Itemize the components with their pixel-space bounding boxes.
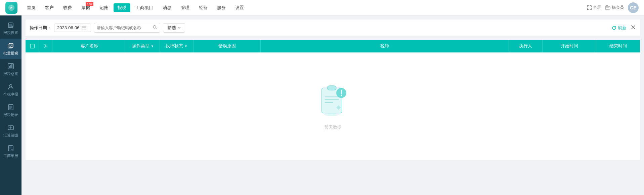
close-icon <box>631 25 636 30</box>
svg-point-20 <box>341 95 342 96</box>
th-error-reason: 错误原因 <box>194 40 261 52</box>
date-picker[interactable]: 2023-06-06 <box>54 24 91 32</box>
fullscreen-label: 全屏 <box>593 5 601 10</box>
sidebar-label-settlement: 汇算清缴 <box>3 133 18 138</box>
sidebar-label-tax-settings: 报税设置 <box>3 30 18 35</box>
nav-item-message[interactable]: 消息 <box>159 3 175 12</box>
th-customer-name: 客户名称 <box>52 40 126 52</box>
close-button[interactable] <box>631 25 636 31</box>
main-content: 操作日期： 2023-06-06 筛选 <box>22 15 644 195</box>
empty-state: 暂无数据 <box>26 52 640 160</box>
sidebar: 报税设置 批量报税 报税总览 <box>0 15 22 195</box>
search-box <box>94 23 160 33</box>
svg-point-3 <box>11 26 13 27</box>
th-executor: 执行人 <box>509 40 543 52</box>
sidebar-item-batch-tax[interactable]: 批量报税 <box>0 39 22 59</box>
svg-rect-11 <box>82 26 86 30</box>
sidebar-item-tax-summary[interactable]: 报税总览 <box>0 59 22 80</box>
nav-item-operation[interactable]: 经营 <box>195 3 212 12</box>
settlement-icon <box>7 124 14 131</box>
nav-item-manage[interactable]: 管理 <box>177 3 194 12</box>
nav-item-account[interactable]: 记账 <box>95 3 112 12</box>
sort-icon: ▼ <box>151 44 154 48</box>
sort-icon-2: ▼ <box>184 44 188 48</box>
svg-point-13 <box>45 45 46 47</box>
refresh-label: 刷新 <box>618 25 627 31</box>
nav-item-service[interactable]: 服务 <box>213 3 230 12</box>
date-value: 2023-06-06 <box>57 25 80 30</box>
app-logo[interactable] <box>5 2 17 14</box>
data-table: 客户名称 操作类型 ▼ 执行状态 ▼ 错误原因 税种 执行人 <box>26 40 640 160</box>
sidebar-item-tax-records[interactable]: 报税记录 <box>0 100 22 121</box>
th-operation-type[interactable]: 操作类型 ▼ <box>126 40 160 52</box>
calendar-icon <box>82 26 86 30</box>
empty-illustration <box>316 82 350 119</box>
refresh-icon <box>612 26 616 30</box>
svg-rect-15 <box>327 86 336 90</box>
chevron-down-icon <box>177 26 181 30</box>
date-label: 操作日期： <box>30 25 51 31</box>
annual-report-icon <box>7 145 14 152</box>
vip-label: 畅会员 <box>612 5 624 10</box>
fullscreen-button[interactable]: 全屏 <box>587 5 601 10</box>
th-tax-type: 税种 <box>261 40 509 52</box>
tax-records-icon <box>7 104 14 111</box>
filter-button[interactable]: 筛选 <box>163 23 185 33</box>
sidebar-label-batch-tax: 批量报税 <box>3 51 18 56</box>
search-input[interactable] <box>94 24 150 32</box>
sidebar-label-annual-report: 工商年报 <box>3 153 18 158</box>
sidebar-label-personal-tax: 个税申报 <box>3 92 18 97</box>
th-end-time: 结束时间 <box>596 40 640 52</box>
table-header: 客户名称 操作类型 ▼ 执行状态 ▼ 错误原因 税种 执行人 <box>26 40 640 52</box>
empty-text: 暂无数据 <box>324 124 342 130</box>
new-badge: new <box>86 2 93 6</box>
filter-label: 筛选 <box>167 25 176 31</box>
search-icon <box>153 25 157 30</box>
settings-icon <box>43 44 48 48</box>
nav-item-invoice[interactable]: 票据 new <box>77 3 94 12</box>
th-checkbox[interactable] <box>26 40 39 52</box>
nav-item-home[interactable]: 首页 <box>23 3 40 12</box>
nav-right: 全屏 畅会员 CE <box>587 2 639 13</box>
personal-tax-icon <box>7 83 14 90</box>
toolbar-right: 刷新 <box>612 25 636 31</box>
svg-point-21 <box>324 113 340 116</box>
sidebar-item-personal-tax[interactable]: 个税申报 <box>0 80 22 100</box>
sidebar-item-settlement[interactable]: 汇算清缴 <box>0 121 22 141</box>
select-all-checkbox[interactable] <box>30 44 35 48</box>
batch-tax-icon <box>7 42 14 49</box>
nav-item-tax[interactable]: 报税 <box>114 3 130 12</box>
th-exec-status[interactable]: 执行状态 ▼ <box>160 40 194 52</box>
sidebar-label-tax-summary: 报税总览 <box>3 71 18 76</box>
nav-item-business[interactable]: 工商项目 <box>132 3 157 12</box>
tax-summary-icon <box>7 63 14 70</box>
th-settings <box>39 40 52 52</box>
nav-item-customer[interactable]: 客户 <box>41 3 58 12</box>
avatar[interactable]: CE <box>628 2 639 13</box>
refresh-button[interactable]: 刷新 <box>612 25 627 31</box>
nav-item-settings[interactable]: 设置 <box>231 3 248 12</box>
search-button[interactable] <box>150 23 160 32</box>
tax-settings-icon <box>7 22 14 29</box>
toolbar: 操作日期： 2023-06-06 筛选 <box>26 20 640 36</box>
top-navigation: 首页 客户 收费 票据 new 记账 报税 工商项目 消息 管理 经营 服务 设… <box>0 0 644 15</box>
svg-point-0 <box>11 5 12 6</box>
main-layout: 报税设置 批量报税 报税总览 <box>0 15 644 195</box>
th-start-time: 开始时间 <box>543 40 596 52</box>
nav-menu: 首页 客户 收费 票据 new 记账 报税 工商项目 消息 管理 经营 服务 设… <box>23 3 587 12</box>
vip-button[interactable]: 畅会员 <box>605 5 624 10</box>
nav-item-billing[interactable]: 收费 <box>59 3 76 12</box>
sidebar-label-tax-records: 报税记录 <box>3 112 18 117</box>
sidebar-item-annual-report[interactable]: 工商年报 <box>0 141 22 162</box>
svg-point-7 <box>10 85 12 87</box>
sidebar-item-tax-settings[interactable]: 报税设置 <box>0 18 22 39</box>
